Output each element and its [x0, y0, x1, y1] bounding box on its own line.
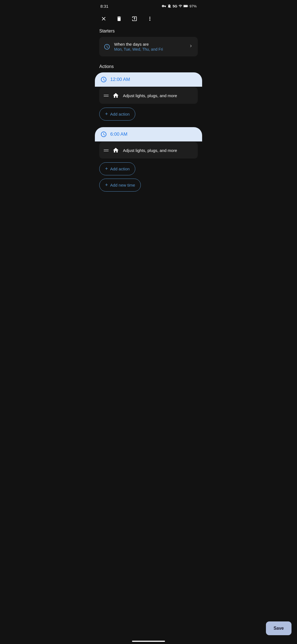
time-label-2: 6:00 AM: [110, 132, 127, 137]
time-clock-icon-2: [100, 131, 107, 138]
add-action-label-1: Add action: [110, 112, 130, 116]
status-bar: 8:31 5G 97%: [95, 0, 202, 11]
export-button[interactable]: [130, 14, 139, 23]
key-icon: [162, 4, 166, 8]
starter-card[interactable]: When the days are Mon, Tue, Wed, Thu, an…: [99, 37, 198, 56]
add-new-time-label: Add new time: [110, 183, 135, 187]
time-block-1[interactable]: 12:00 AM: [95, 72, 202, 87]
time-clock-icon-1: [100, 76, 107, 83]
status-icons: 5G 97%: [162, 4, 197, 8]
time-block-2[interactable]: 6:00 AM: [95, 127, 202, 141]
plus-icon-new-time: +: [105, 182, 108, 188]
actions-label: Actions: [95, 60, 202, 72]
action-text-1: Adjust lights, plugs, and more: [123, 93, 177, 98]
drag-handle-1[interactable]: [104, 95, 109, 97]
action-text-2: Adjust lights, plugs, and more: [123, 148, 177, 153]
plus-icon-1: +: [105, 111, 108, 117]
drag-handle-2[interactable]: [104, 149, 109, 151]
home-icon-1: [112, 92, 119, 99]
delete-button[interactable]: [115, 14, 123, 23]
battery-label: 97%: [189, 4, 197, 8]
svg-rect-2: [188, 6, 188, 7]
add-action-label-2: Add action: [110, 167, 130, 171]
toolbar: [95, 11, 202, 26]
more-options-button[interactable]: [145, 14, 154, 23]
close-button[interactable]: [99, 14, 108, 23]
add-new-time-button[interactable]: + Add new time: [99, 179, 141, 192]
chevron-right-icon: [188, 43, 193, 50]
plus-icon-2: +: [105, 166, 108, 172]
starter-secondary-text: Mon, Tue, Wed, Thu, and Fri: [114, 47, 163, 51]
status-time: 8:31: [100, 4, 108, 9]
network-label: 5G: [173, 4, 177, 8]
time-section-2: 6:00 AM Adjust lights, plugs, and more +…: [95, 127, 202, 192]
starter-primary-text: When the days are: [114, 42, 163, 47]
action-card-1[interactable]: Adjust lights, plugs, and more: [99, 87, 198, 104]
clock-icon: [104, 43, 110, 50]
add-action-button-1[interactable]: + Add action: [99, 108, 135, 121]
time-label-1: 12:00 AM: [110, 77, 130, 82]
time-section-1: 12:00 AM Adjust lights, plugs, and more …: [95, 72, 202, 121]
bell-off-icon: [167, 4, 172, 8]
add-action-button-2[interactable]: + Add action: [99, 162, 135, 175]
action-card-2[interactable]: Adjust lights, plugs, and more: [99, 142, 198, 159]
battery-icon: [183, 4, 188, 8]
svg-rect-1: [184, 5, 187, 7]
starters-label: Starters: [95, 26, 202, 37]
starter-card-content: When the days are Mon, Tue, Wed, Thu, an…: [104, 42, 163, 51]
starter-card-texts: When the days are Mon, Tue, Wed, Thu, an…: [114, 42, 163, 51]
signal-icon: [178, 4, 182, 8]
home-icon-2: [112, 147, 119, 154]
